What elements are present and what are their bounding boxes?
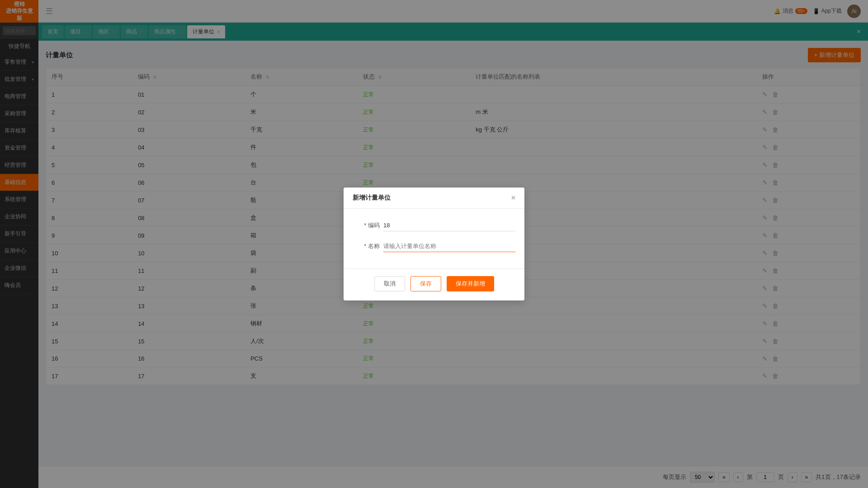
code-input[interactable] bbox=[383, 220, 515, 231]
add-unit-modal: 新增计量单位 × * 编码 * 名称 取消 保存 保存并新增 bbox=[344, 188, 524, 300]
name-label: * 名称 bbox=[353, 242, 380, 250]
modal-body: * 编码 * 名称 bbox=[344, 209, 524, 268]
modal-footer: 取消 保存 保存并新增 bbox=[344, 268, 524, 300]
save-button[interactable]: 保存 bbox=[410, 276, 441, 291]
name-input[interactable] bbox=[383, 240, 515, 252]
save-add-button[interactable]: 保存并新增 bbox=[447, 276, 494, 291]
modal-close-btn[interactable]: × bbox=[511, 194, 515, 202]
code-row: * 编码 bbox=[353, 220, 515, 231]
modal-title: 新增计量单位 bbox=[353, 194, 391, 202]
modal-overlay[interactable]: 新增计量单位 × * 编码 * 名称 取消 保存 保存并新增 bbox=[0, 0, 868, 488]
code-label: * 编码 bbox=[353, 221, 380, 230]
cancel-button[interactable]: 取消 bbox=[374, 276, 405, 291]
name-row: * 名称 bbox=[353, 240, 515, 252]
modal-header: 新增计量单位 × bbox=[344, 188, 524, 209]
